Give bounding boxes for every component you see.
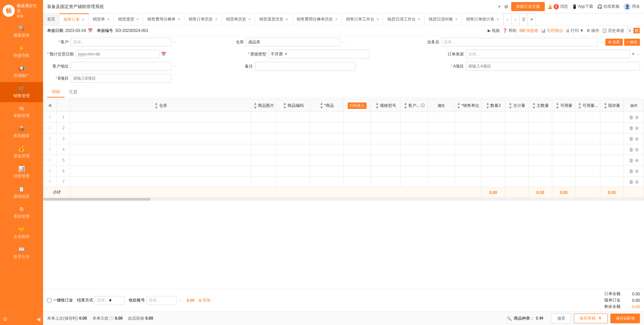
sidebar-item-5[interactable]: 📦库存核算 xyxy=(0,122,43,142)
grid-view-icon[interactable]: ⊞ xyxy=(633,28,640,34)
row-name-5[interactable] xyxy=(310,166,344,176)
ops-btn[interactable]: ⚙ 操作 xyxy=(586,28,599,34)
row-main-qty-1[interactable] xyxy=(529,123,552,133)
row-unit-6[interactable] xyxy=(455,176,482,187)
row-qty2-4[interactable] xyxy=(482,155,505,166)
help-btn[interactable]: ❓ 帮助 xyxy=(502,28,517,34)
row-cust-3[interactable] xyxy=(401,144,428,155)
row-name-6[interactable] xyxy=(310,176,344,187)
warehouse-select[interactable]: 成品库 xyxy=(246,38,340,46)
row-spec-5[interactable] xyxy=(371,166,401,176)
history-btn[interactable]: 📋 历史单据 xyxy=(602,28,624,34)
notifications-btn[interactable]: 🔔 8 消息 xyxy=(547,4,568,9)
row-spec-0[interactable] xyxy=(371,112,401,123)
row-main-unit-5[interactable] xyxy=(505,166,529,176)
tab-nav-menu[interactable]: ☰ xyxy=(520,13,528,26)
row-copy-5[interactable]: ⊕ xyxy=(635,168,639,174)
order-source-select[interactable]: 选择... xyxy=(466,50,630,58)
order-source-more-icon[interactable]: ··· xyxy=(637,52,640,56)
row-warehouse-4[interactable] xyxy=(70,155,251,166)
delivery-date-input[interactable] xyxy=(76,50,160,58)
tab-11[interactable]: 钱货日清对账✕ xyxy=(425,13,462,26)
tab-close-2[interactable]: ✕ xyxy=(107,17,110,21)
row-copy-0[interactable]: ⊕ xyxy=(635,115,639,120)
row-qty2-0[interactable] xyxy=(482,112,505,123)
row-main-qty-6[interactable] xyxy=(529,176,552,187)
row-name-2[interactable] xyxy=(310,133,344,144)
topbar-dropdown-icon[interactable]: ▼ xyxy=(497,4,501,9)
row-qty2-6[interactable] xyxy=(482,176,505,187)
row-attr-4[interactable] xyxy=(428,155,455,166)
tab-4[interactable]: 销售费用分摊单✕ xyxy=(143,13,185,26)
row-code-4[interactable] xyxy=(276,155,310,166)
tab-close-12[interactable]: ✕ xyxy=(496,17,499,21)
warehouse-more-icon[interactable]: ··· xyxy=(341,40,345,44)
sidebar-item-0[interactable]: 🔍搜索菜单 xyxy=(0,22,43,42)
row-code-5[interactable] xyxy=(276,166,310,176)
tab-6[interactable]: 销货单历史✕ xyxy=(222,13,255,26)
tab-close-8[interactable]: ✕ xyxy=(335,17,338,21)
account-more-icon[interactable]: ··· xyxy=(179,298,183,303)
row-warehouse-3[interactable] xyxy=(70,144,251,155)
calendar-icon[interactable]: 📅 xyxy=(88,28,93,33)
row-attr-1[interactable] xyxy=(428,123,455,133)
tab-0[interactable]: 首页 xyxy=(43,13,60,26)
a-project-input[interactable] xyxy=(466,62,640,71)
save-new-button[interactable]: 保存&新增 xyxy=(610,314,640,323)
row-delete-1[interactable]: 🗑 xyxy=(629,125,634,131)
row-main-unit-2[interactable] xyxy=(505,133,529,144)
row-drag-4[interactable]: ⠿ xyxy=(43,155,57,166)
row-copy-2[interactable]: ⊕ xyxy=(635,136,639,141)
tab-3[interactable]: 销货退货✕ xyxy=(114,13,143,26)
row-drag-2[interactable]: ⠿ xyxy=(43,133,57,144)
payment-method-select[interactable]: 选择... ▼ xyxy=(94,296,125,305)
row-name-3[interactable] xyxy=(310,144,344,155)
table-scrollbar-thumb[interactable] xyxy=(43,198,151,201)
row-warehouse-0[interactable] xyxy=(70,112,251,123)
remarks-input[interactable] xyxy=(255,62,356,71)
tab-12[interactable]: 销售订单统计表✕ xyxy=(462,13,503,26)
row-warehouse-5[interactable] xyxy=(70,166,251,176)
sidebar-item-8[interactable]: 📋基础信息 xyxy=(0,182,43,203)
row-main-qty-2[interactable] xyxy=(529,133,552,144)
sidebar-item-4[interactable]: 🛍采购管理 xyxy=(0,102,43,122)
row-drag-6[interactable]: ⠿ xyxy=(43,176,57,187)
row-code-2[interactable] xyxy=(276,133,310,144)
sidebar-item-6[interactable]: 💰资金管理 xyxy=(0,142,43,162)
row-main-qty-4[interactable] xyxy=(529,155,552,166)
row-unit-2[interactable] xyxy=(455,133,482,144)
row-spec-3[interactable] xyxy=(371,144,401,155)
row-qty2-5[interactable] xyxy=(482,166,505,176)
tab-close-5[interactable]: ✕ xyxy=(215,17,218,21)
row-attr-0[interactable] xyxy=(428,112,455,123)
view-video-btn[interactable]: ▶ 视频 xyxy=(488,28,500,34)
tab-close-1[interactable]: ✕ xyxy=(82,18,84,22)
sidebar-item-7[interactable]: 📊经营管理 xyxy=(0,162,43,182)
customer-select[interactable]: 选择... xyxy=(71,38,172,46)
row-cust-6[interactable] xyxy=(401,176,428,187)
row-main-qty-5[interactable] xyxy=(529,166,552,176)
sidebar-item-9[interactable]: ⚙系统管理 xyxy=(0,203,43,223)
row-qty2-2[interactable] xyxy=(482,133,505,144)
settings-panel-btn[interactable]: ⚙ 设置 xyxy=(605,39,622,46)
row-unit-4[interactable] xyxy=(455,155,482,166)
sidebar-item-1[interactable]: ⚡快捷导航 xyxy=(0,42,43,62)
tab-1[interactable]: 销售订单✕ xyxy=(60,13,89,26)
row-unit-0[interactable] xyxy=(455,112,482,123)
sidebar-settings-icon[interactable]: ⚙ xyxy=(3,316,7,322)
tab-detail[interactable]: 明细 xyxy=(47,87,65,97)
tab-9[interactable]: 销售订单工作台✕ xyxy=(342,13,383,26)
list-view-icon[interactable]: ≡ xyxy=(627,28,633,34)
row-code-6[interactable] xyxy=(276,176,310,187)
th-scan[interactable]: 扫码录入 xyxy=(344,99,371,112)
sidebar-item-2[interactable]: 📢营销推广 xyxy=(0,62,43,82)
row-cust-2[interactable] xyxy=(401,133,428,144)
sidebar-item-3[interactable]: 🛒销售管理 xyxy=(0,82,43,102)
b-project-input[interactable] xyxy=(71,74,172,83)
print-btn[interactable]: 🖨 打印 ▼ xyxy=(566,28,584,34)
row-cust-4[interactable] xyxy=(401,155,428,166)
row-warehouse-1[interactable] xyxy=(70,123,251,133)
save-draft-dropdown[interactable]: ▼ xyxy=(598,316,602,321)
row-spec-4[interactable] xyxy=(371,155,401,166)
row-qty2-1[interactable] xyxy=(482,123,505,133)
